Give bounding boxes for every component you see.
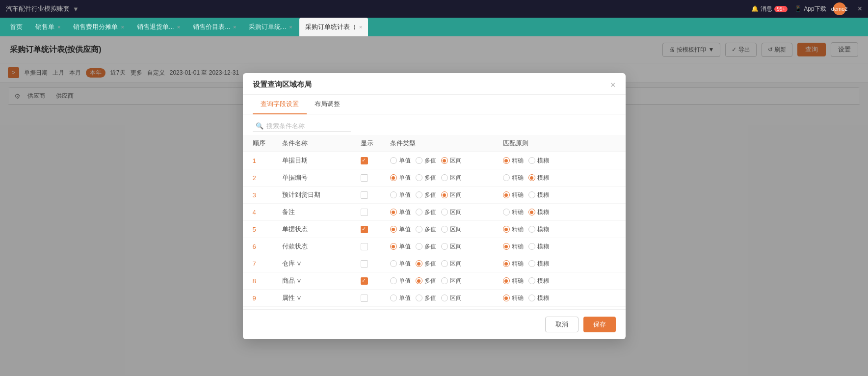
top-close-button[interactable]: × — [858, 4, 862, 13]
type-range-radio[interactable]: 区间 — [441, 225, 462, 234]
app-download-btn[interactable]: 📱 App下载 — [794, 5, 826, 13]
type-single-radio[interactable]: 单值 — [390, 208, 411, 216]
type-multi-radio[interactable]: 多值 — [416, 174, 436, 182]
match-fuzzy-radio[interactable]: 模糊 — [528, 242, 549, 251]
row-type: 单值 多值 区间 — [390, 225, 503, 234]
type-single-radio[interactable]: 单值 — [390, 191, 411, 199]
type-multi-radio[interactable]: 多值 — [416, 208, 436, 216]
row-name: 备注 — [282, 208, 361, 216]
match-fuzzy-radio[interactable]: 模糊 — [528, 191, 549, 199]
match-fuzzy-radio[interactable]: 模糊 — [528, 260, 549, 268]
search-wrap: 🔍 — [253, 120, 351, 132]
modal-tab-layout[interactable]: 布局调整 — [307, 95, 348, 114]
match-fuzzy-radio[interactable]: 模糊 — [528, 208, 549, 216]
type-range-radio[interactable]: 区间 — [441, 174, 462, 182]
user-avatar[interactable]: demo2 — [833, 2, 846, 15]
match-exact-radio[interactable]: 精确 — [503, 242, 524, 251]
type-range-radio[interactable]: 区间 — [441, 242, 462, 251]
display-checkbox[interactable] — [361, 243, 368, 250]
tab-close-price-list[interactable]: × — [233, 24, 236, 30]
match-exact-radio[interactable]: 精确 — [503, 157, 524, 165]
match-fuzzy-radio[interactable]: 模糊 — [528, 174, 549, 182]
type-multi-radio[interactable]: 多值 — [416, 242, 436, 251]
tab-close-purchase[interactable]: × — [289, 24, 292, 30]
match-fuzzy-radio[interactable]: 模糊 — [528, 277, 549, 285]
match-exact-radio[interactable]: 精确 — [503, 208, 524, 216]
match-exact-radio[interactable]: 精确 — [503, 225, 524, 234]
match-exact-radio[interactable]: 精确 — [503, 191, 524, 199]
row-index: 7 — [253, 260, 282, 268]
match-exact-radio[interactable]: 精确 — [503, 260, 524, 268]
modal-close-button[interactable]: × — [610, 81, 616, 89]
match-fuzzy-radio[interactable]: 模糊 — [528, 294, 549, 302]
type-range-radio[interactable]: 区间 — [441, 294, 462, 302]
type-multi-radio[interactable]: 多值 — [416, 294, 436, 302]
type-range-radio[interactable]: 区间 — [441, 208, 462, 216]
type-single-radio[interactable]: 单值 — [390, 260, 411, 268]
type-single-radio[interactable]: 单值 — [390, 225, 411, 234]
tab-close-sales[interactable]: × — [57, 24, 60, 30]
row-index: 3 — [253, 191, 282, 199]
match-exact-radio[interactable]: 精确 — [503, 294, 524, 302]
row-index: 5 — [253, 226, 282, 233]
type-range-radio[interactable]: 区间 — [441, 157, 462, 165]
display-checkbox[interactable] — [361, 157, 368, 164]
display-checkbox[interactable] — [361, 277, 368, 285]
row-display — [361, 209, 390, 216]
type-range-radio[interactable]: 区间 — [441, 191, 462, 199]
table-row: 7仓库 ∨ 单值 多值 区间 精确 模糊 — [243, 255, 626, 272]
tab-home[interactable]: 首页 — [4, 18, 28, 36]
row-match: 精确 模糊 — [503, 277, 616, 285]
tab-sales-split[interactable]: 销售费用分摊单 × — [67, 18, 130, 36]
row-index: 1 — [253, 157, 282, 164]
type-multi-radio[interactable]: 多值 — [416, 191, 436, 199]
tab-close-active[interactable]: × — [359, 24, 362, 30]
tab-close-sales-split[interactable]: × — [121, 24, 124, 30]
match-exact-radio[interactable]: 精确 — [503, 277, 524, 285]
type-multi-radio[interactable]: 多值 — [416, 225, 436, 234]
type-multi-radio[interactable]: 多值 — [416, 260, 436, 268]
tab-sales[interactable]: 销售单 × — [29, 18, 66, 36]
row-name: 单据状态 — [282, 225, 361, 234]
type-single-radio[interactable]: 单值 — [390, 277, 411, 285]
display-checkbox[interactable] — [361, 226, 368, 233]
row-name: 属性 ∨ — [282, 294, 361, 302]
row-match: 精确 模糊 — [503, 191, 616, 199]
display-checkbox[interactable] — [361, 191, 368, 199]
type-single-radio[interactable]: 单值 — [390, 242, 411, 251]
row-name: 付款状态 — [282, 242, 361, 251]
type-range-radio[interactable]: 区间 — [441, 260, 462, 268]
match-exact-radio[interactable]: 精确 — [503, 174, 524, 182]
type-single-radio[interactable]: 单值 — [390, 157, 411, 165]
tab-purchase[interactable]: 采购订单统... × — [243, 18, 298, 36]
settings-modal: 设置查询区域布局 × 查询字段设置 布局调整 🔍 顺序 条件名称 — [243, 73, 626, 339]
notification-btn[interactable]: 🔔 消息 99+ — [751, 5, 788, 13]
table-row: 9属性 ∨ 单值 多值 区间 精确 模糊 — [243, 290, 626, 307]
table-row: 6付款状态 单值 多值 区间 精确 模糊 — [243, 238, 626, 255]
type-multi-radio[interactable]: 多值 — [416, 277, 436, 285]
modal-tab-fields[interactable]: 查询字段设置 — [253, 95, 307, 114]
modal-header: 设置查询区域布局 × — [243, 73, 626, 95]
match-fuzzy-radio[interactable]: 模糊 — [528, 157, 549, 165]
col-name: 条件名称 — [282, 139, 361, 148]
display-checkbox[interactable] — [361, 174, 368, 182]
match-fuzzy-radio[interactable]: 模糊 — [528, 225, 549, 234]
row-display — [361, 277, 390, 285]
type-single-radio[interactable]: 单值 — [390, 294, 411, 302]
tab-price-list[interactable]: 销售价目表... × — [187, 18, 242, 36]
tab-active[interactable]: 采购订单统计表（ × — [299, 18, 368, 36]
save-button[interactable]: 保存 — [583, 317, 616, 332]
type-multi-radio[interactable]: 多值 — [416, 157, 436, 165]
display-checkbox[interactable] — [361, 260, 368, 268]
top-bar-actions: 🔔 消息 99+ 📱 App下载 demo2 × — [751, 2, 862, 15]
display-checkbox[interactable] — [361, 209, 368, 216]
condition-search-input[interactable] — [266, 122, 340, 130]
tab-sales-return[interactable]: 销售退货单... × — [131, 18, 186, 36]
display-checkbox[interactable] — [361, 295, 368, 302]
type-range-radio[interactable]: 区间 — [441, 277, 462, 285]
type-single-radio[interactable]: 单值 — [390, 174, 411, 182]
row-index: 6 — [253, 243, 282, 250]
table-row: 3预计到货日期 单值 多值 区间 精确 模糊 — [243, 187, 626, 204]
tab-close-sales-return[interactable]: × — [177, 24, 180, 30]
cancel-button[interactable]: 取消 — [545, 317, 579, 332]
